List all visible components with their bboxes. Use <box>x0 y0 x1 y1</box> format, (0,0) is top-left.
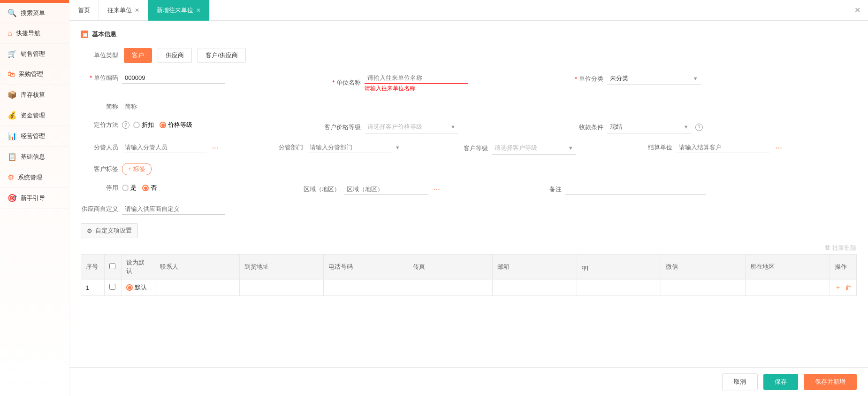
sidebar-item-guide[interactable]: 🎯 新手引导 <box>0 188 69 209</box>
inventory-icon: 📦 <box>8 90 17 99</box>
sidebar-item-system[interactable]: ⚙ 系统管理 <box>0 167 69 188</box>
manager-input[interactable] <box>122 142 206 153</box>
remark-input[interactable] <box>565 184 706 195</box>
settlement-unit-input[interactable] <box>676 142 770 153</box>
customer-level-field: 客户等级 请选择客户等级 ▼ <box>450 142 635 155</box>
unit-category-select[interactable]: 未分类 ▼ <box>607 72 701 85</box>
unit-type-both-btn[interactable]: 客户/供应商 <box>198 48 246 63</box>
sidebar-item-search[interactable]: 🔍 搜索菜单 <box>0 3 69 23</box>
custom-settings-button[interactable]: ⚙ 自定义项设置 <box>81 223 138 238</box>
customer-price-level-placeholder: 请选择客户价格等级 <box>367 123 449 131</box>
sidebar-item-purchase[interactable]: 🛍 采购管理 <box>0 64 69 85</box>
disable-radio-yes[interactable]: 是 <box>122 184 137 192</box>
sidebar-item-inventory[interactable]: 📦 库存核算 <box>0 85 69 105</box>
qq-input[interactable] <box>582 284 656 291</box>
unit-category-chevron-icon: ▼ <box>693 76 698 81</box>
add-tag-button[interactable]: + 标签 <box>122 163 152 175</box>
cell-wechat[interactable] <box>661 280 746 296</box>
unit-category-field: 单位分类 未分类 ▼ <box>566 72 857 85</box>
customer-level-select[interactable]: 请选择客户等级 ▼ <box>492 142 576 155</box>
sidebar-item-basic[interactable]: 📋 基础信息 <box>0 147 69 167</box>
cell-fax[interactable] <box>408 280 493 296</box>
sidebar-item-sales[interactable]: 🛒 销售管理 <box>0 44 69 64</box>
sidebar: 🔍 搜索菜单 ⌂ 快捷导航 🛒 销售管理 🛍 采购管理 📦 库存核算 💰 资金管… <box>0 0 69 396</box>
delete-row-icon[interactable]: 🗑 <box>845 284 852 291</box>
manager-field: 分管人员 ··· <box>81 142 266 153</box>
pricing-radio-discount[interactable]: 折扣 <box>133 121 154 129</box>
phone-input[interactable] <box>328 284 403 291</box>
row-checkbox[interactable] <box>109 284 115 290</box>
tab-new-partner[interactable]: 新增往来单位 ✕ <box>148 0 210 21</box>
unit-type-label: 单位类型 <box>81 51 118 60</box>
cell-address[interactable] <box>239 280 324 296</box>
cell-phone[interactable] <box>324 280 408 296</box>
contact-input[interactable] <box>160 284 235 291</box>
col-checkbox <box>105 255 122 280</box>
sidebar-item-label: 快捷导航 <box>16 29 40 38</box>
sidebar-item-quicknav[interactable]: ⌂ 快捷导航 <box>0 23 69 44</box>
region-input[interactable] <box>344 184 428 195</box>
pricing-help-icon[interactable]: ? <box>122 121 129 129</box>
pricing-radio-group: 折扣 价格等级 <box>133 121 192 129</box>
unit-type-customer-btn[interactable]: 客户 <box>124 48 152 63</box>
cell-email[interactable] <box>492 280 577 296</box>
supplier-custom-label: 供应商自定义 <box>81 205 118 213</box>
disable-field: 停用 是 否 <box>81 184 303 192</box>
disable-radio-no[interactable]: 否 <box>142 184 157 192</box>
region-field: 区域（地区） ··· <box>303 184 525 195</box>
unit-name-input[interactable] <box>365 72 468 84</box>
cell-qq[interactable] <box>577 280 661 296</box>
supplier-custom-input[interactable] <box>122 203 225 215</box>
unit-name-label: 单位名称 <box>323 78 361 87</box>
save-button[interactable]: 保存 <box>763 374 798 390</box>
tab-partners[interactable]: 往来单位 ✕ <box>99 0 148 21</box>
email-input[interactable] <box>497 284 572 291</box>
default-radio-label: 默认 <box>135 283 147 292</box>
section-title: ▣ 基本信息 <box>81 30 857 39</box>
short-name-input[interactable] <box>122 101 225 112</box>
region-more-icon[interactable]: ··· <box>432 186 442 193</box>
sidebar-item-label: 经营管理 <box>21 132 45 140</box>
payment-terms-select[interactable]: 现结 ▼ <box>607 121 692 133</box>
sidebar-item-finance[interactable]: 💰 资金管理 <box>0 105 69 126</box>
cancel-button[interactable]: 取消 <box>722 373 758 390</box>
fax-input[interactable] <box>413 284 487 291</box>
default-radio[interactable]: 默认 <box>126 283 150 292</box>
pricing-radio-level[interactable]: 价格等级 <box>160 121 192 129</box>
add-row-icon[interactable]: ＋ <box>835 283 841 292</box>
cell-default: 默认 <box>122 280 155 296</box>
cell-checkbox <box>105 280 122 296</box>
col-email: 邮箱 <box>492 255 577 280</box>
save-new-button[interactable]: 保存并新增 <box>804 374 857 390</box>
select-all-checkbox[interactable] <box>109 263 115 269</box>
search-icon: 🔍 <box>8 8 17 17</box>
payment-terms-help-icon[interactable]: ? <box>695 124 703 131</box>
tab-partners-label: 往来单位 <box>107 6 132 15</box>
form-row-manager: 分管人员 ··· 分管部门 ▼ 客户等级 请选择客户等级 ▼ 结算单位 ··· <box>81 142 857 155</box>
tab-new-partner-close[interactable]: ✕ <box>196 7 201 14</box>
dept-input[interactable] <box>307 142 391 153</box>
tab-home[interactable]: 首页 <box>69 0 99 21</box>
address-input[interactable] <box>244 284 319 291</box>
pricing-radio-level-label: 价格等级 <box>168 121 192 129</box>
settlement-unit-more-icon[interactable]: ··· <box>774 144 784 151</box>
window-close-button[interactable]: ✕ <box>847 6 868 15</box>
footer: 取消 保存 保存并新增 <box>69 367 868 396</box>
disable-radio-group: 是 否 <box>122 184 157 192</box>
cell-contact[interactable] <box>155 280 239 296</box>
unit-type-supplier-btn[interactable]: 供应商 <box>158 48 192 63</box>
unit-name-field: 单位名称 请输入往来单位名称 <box>323 72 566 93</box>
tab-partners-close[interactable]: ✕ <box>135 7 139 14</box>
home-icon: ⌂ <box>8 29 12 38</box>
wechat-input[interactable] <box>666 284 740 291</box>
sidebar-item-operations[interactable]: 📊 经营管理 <box>0 126 69 147</box>
sidebar-item-label: 系统管理 <box>18 173 42 182</box>
payment-terms-chevron-icon: ▼ <box>684 124 689 130</box>
cell-region[interactable] <box>746 280 830 296</box>
region-table-input[interactable] <box>750 284 825 291</box>
customer-price-level-select[interactable]: 请选择客户价格等级 ▼ <box>365 121 458 133</box>
unit-code-input[interactable] <box>122 72 225 84</box>
manager-more-icon[interactable]: ··· <box>210 144 221 151</box>
basic-icon: 📋 <box>8 152 17 161</box>
batch-delete-label[interactable]: 批量删除 <box>832 244 857 252</box>
